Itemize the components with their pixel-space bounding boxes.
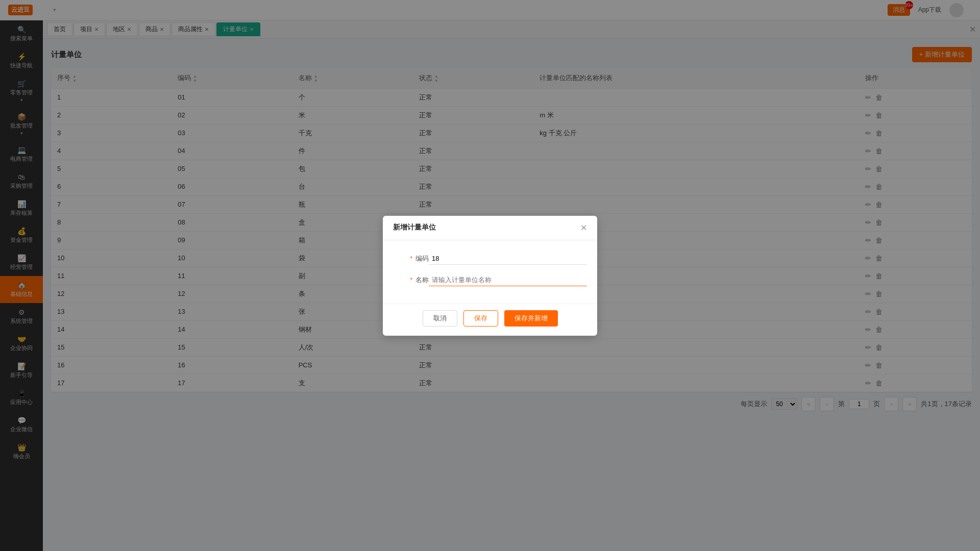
- name-required-mark: *: [410, 276, 412, 284]
- modal-footer: 取消 保存 保存并新增: [383, 304, 597, 336]
- code-required-mark: *: [410, 255, 412, 262]
- modal-title: 新增计量单位: [393, 223, 436, 232]
- save-button[interactable]: 保存: [463, 310, 498, 327]
- modal-header: 新增计量单位 ✕: [383, 216, 597, 240]
- modal-body: * 编码 * 名称: [383, 240, 597, 304]
- form-row-code: * 编码: [393, 253, 587, 265]
- cancel-button[interactable]: 取消: [423, 310, 457, 327]
- add-unit-modal: 新增计量单位 ✕ * 编码 * 名称 取消 保存 保存并新增: [383, 216, 597, 336]
- modal-overlay[interactable]: 新增计量单位 ✕ * 编码 * 名称 取消 保存 保存并新增: [0, 0, 980, 551]
- form-code-label: * 编码: [393, 254, 429, 263]
- name-input[interactable]: [429, 274, 587, 286]
- code-input[interactable]: [429, 253, 587, 265]
- form-name-label: * 名称: [393, 276, 429, 285]
- form-row-name: * 名称: [393, 274, 587, 286]
- modal-close-button[interactable]: ✕: [580, 223, 587, 233]
- save-and-new-button[interactable]: 保存并新增: [504, 310, 558, 327]
